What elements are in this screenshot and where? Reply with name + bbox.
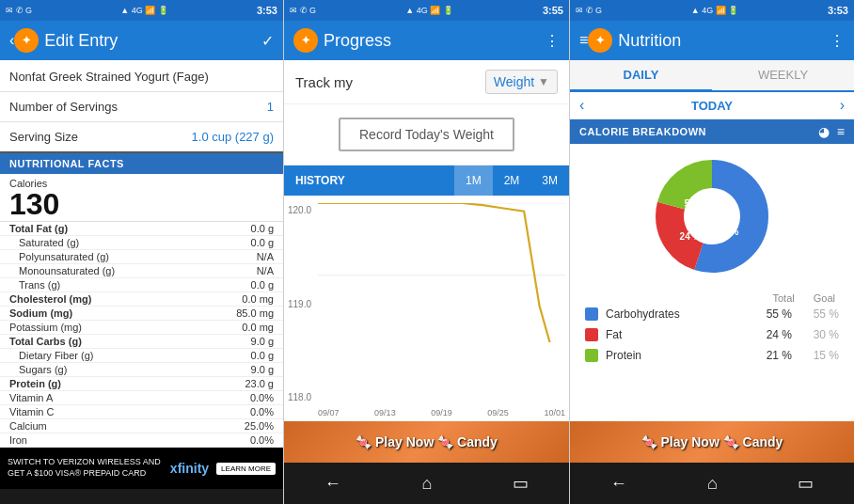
menu-icon-right[interactable]: ⋮ [830,32,845,50]
nutrition-row: Vitamin C 0.0% [0,405,283,419]
nutrient-value: N/A [257,265,274,276]
svg-text:55 %: 55 % [684,197,707,209]
servings-value[interactable]: 1 [267,100,274,114]
today-label: TODAY [646,99,779,113]
status-time-left: 3:53 [257,5,277,16]
serving-size-value[interactable]: 1.0 cup (227 g) [192,130,274,144]
nutrient-label: Cholesterol (mg) [9,293,91,305]
nav-back-right[interactable]: ← [610,474,627,494]
status-time-right: 3:53 [828,5,848,16]
calorie-header-icons: ◕ ≡ [818,124,845,139]
header-right: ≡ ✦ Nutrition ⋮ [570,21,854,60]
tab-1m[interactable]: 1M [454,165,493,196]
nutrition-row: Total Carbs (g) 9.0 g [0,335,283,349]
nav-back-mid[interactable]: ← [324,474,341,494]
nutrient-label: Total Fat (g) [9,223,68,234]
ad-learn-left[interactable]: LEARN MORE [216,463,276,475]
svg-text:21 %: 21 % [718,227,739,237]
legend-color-swatch [585,307,598,321]
status-icons-right: ✉ ✆ G [576,6,602,15]
nutrient-label: Potassium (mg) [9,322,82,333]
ad-banner-right[interactable]: 🍬 Play Now 🍬 Candy [570,421,854,463]
nutrient-value: 9.0 g [251,364,274,375]
nav-recent-mid[interactable]: ▭ [513,473,529,494]
calorie-section-title: CALORIE BREAKDOWN [579,126,818,137]
legend-color-swatch [585,349,598,362]
bottom-nav-right: ← ⌂ ▭ [570,463,854,504]
ad-banner-left[interactable]: SWITCH TO VERIZON WIRELESS AND GET A $10… [0,448,283,489]
ad-banner-mid[interactable]: 🍬 Play Now 🍬 Candy [284,421,569,463]
legend-item-goal: 15 % [792,349,839,362]
nutrient-value: 0.0 g [251,350,274,361]
checkmark-icon[interactable]: ✓ [261,32,274,50]
nav-home-right[interactable]: ⌂ [707,474,718,494]
nutrition-row: Protein (g) 23.0 g [0,377,283,391]
nutrient-label: Vitamin C [9,406,54,417]
legend-item-total: 21 % [745,349,792,362]
legend-item-name: Protein [606,349,745,362]
header-title-mid: Progress [324,31,545,51]
nutrition-row: Calcium 25.0% [0,419,283,433]
nutrition-row: Sodium (mg) 85.0 mg [0,307,283,321]
nutrient-value: 0.0 mg [242,293,274,305]
nav-recent-right[interactable]: ▭ [798,473,814,494]
nutrition-row: Polyunsaturated (g) N/A [0,250,283,264]
nutrition-row: Monounsaturated (g) N/A [0,264,283,278]
nutrient-label: Calcium [9,420,47,432]
brand-logo-right: ✦ [588,28,612,53]
pie-chart-svg: 55 % 21 % 24 % [651,155,773,277]
menu-icon-right-left[interactable]: ≡ [579,32,588,49]
nav-home-left[interactable]: ⌂ [137,500,148,505]
history-tabs: HISTORY 1M 2M 3M [284,165,569,196]
status-icons-left: ✉ ✆ G [6,6,32,15]
calories-value: 130 [9,189,59,219]
prev-day-arrow[interactable]: ‹ [579,97,646,114]
nutrient-value: 0.0% [250,406,274,417]
legend-item-goal: 30 % [792,328,839,341]
tab-2m[interactable]: 2M [493,165,531,196]
legend-header-total: Total [773,292,795,304]
ad-text-left: SWITCH TO VERIZON WIRELESS AND GET A $10… [8,457,163,479]
tab-daily[interactable]: DAILY [570,60,712,92]
legend-row: Protein 21 % 15 % [585,349,839,362]
chart-svg [318,203,565,347]
tab-weekly[interactable]: WEEKLY [712,60,854,90]
next-day-arrow[interactable]: › [779,97,846,114]
chart-area: 120.0 119.0 118.0 09/07 09/13 09/19 09/2… [284,196,569,421]
menu-icon-mid[interactable]: ⋮ [545,32,560,50]
calories-row: Calories 130 [0,174,283,222]
track-my-label: Track my [295,74,353,90]
nutrition-table: Total Fat (g) 0.0 gSaturated (g) 0.0 gPo… [0,222,283,448]
nutrition-row: Sugars (g) 9.0 g [0,363,283,377]
brand-logo-mid: ✦ [293,28,318,53]
nutrient-value: 85.0 mg [236,307,274,319]
status-bar-left: ✉ ✆ G ▲ 4G 📶 🔋 3:53 [0,0,283,21]
tab-3m[interactable]: 3M [530,165,569,196]
nutrient-label: Sugars (g) [19,364,67,375]
servings-row: Number of Servings 1 [0,92,283,122]
nutrient-label: Sodium (mg) [9,307,72,319]
nutrient-label: Iron [9,434,27,446]
pie-chart-icon[interactable]: ◕ [818,124,830,139]
nutrition-row: Vitamin A 0.0% [0,391,283,405]
nav-recent-left[interactable]: ▭ [227,499,243,504]
track-my-row: Track my Weight ▼ [284,60,569,104]
header-left: ‹ ✦ Edit Entry ✓ [0,21,283,60]
nutrient-value: 23.0 g [245,378,274,389]
nutrient-label: Protein (g) [9,378,61,389]
serving-size-label: Serving Size [9,130,78,144]
nutrient-value: 0.0 g [251,237,274,248]
record-weight-button[interactable]: Record Today's Weight [339,118,514,151]
panel-nutrition: ✉ ✆ G ▲ 4G 📶 🔋 3:53 ≡ ✦ Nutrition ⋮ DAIL… [570,0,854,504]
legend-item-name: Fat [606,328,745,341]
track-dropdown[interactable]: Weight ▼ [485,70,558,94]
nav-back-left[interactable]: ← [40,500,57,505]
nutrient-label: Saturated (g) [19,237,79,248]
nav-home-mid[interactable]: ⌂ [422,474,433,494]
legend-item-goal: 55 % [792,307,839,321]
tabs-row: DAILY WEEKLY [570,60,854,92]
list-icon[interactable]: ≡ [837,124,845,139]
nutrient-value: 0.0 mg [242,322,274,333]
nutrient-value: 0.0 g [251,223,274,234]
nutrition-row: Trans (g) 0.0 g [0,278,283,292]
